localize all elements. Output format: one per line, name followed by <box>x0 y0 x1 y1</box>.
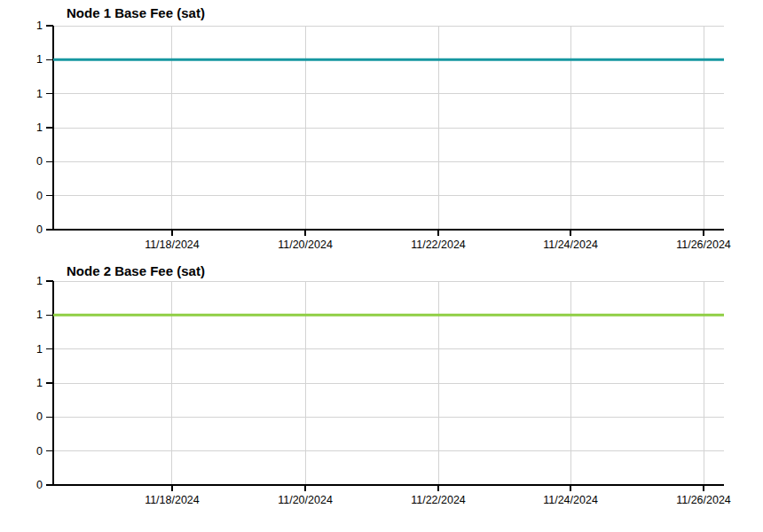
y-tick-label: 0 <box>36 411 43 423</box>
y-tick-label: 1 <box>36 377 43 389</box>
y-tick-label: 1 <box>36 53 43 66</box>
x-tick-label: 11/22/2024 <box>411 494 466 506</box>
node1-base-fee-plot: 11/18/202411/20/202411/22/202411/24/2024… <box>0 0 763 266</box>
y-tick-label: 1 <box>36 309 43 321</box>
y-tick-label: 0 <box>36 479 43 491</box>
x-tick-label: 11/26/2024 <box>676 494 731 506</box>
x-tick-label: 11/20/2024 <box>278 239 333 251</box>
x-tick-label: 11/18/2024 <box>145 494 200 506</box>
x-tick-label: 11/22/2024 <box>411 239 466 251</box>
y-tick-label: 0 <box>36 155 43 168</box>
y-tick-label: 0 <box>36 190 43 202</box>
y-tick-label: 1 <box>36 88 43 100</box>
x-tick-label: 11/20/2024 <box>278 494 333 506</box>
y-tick-label: 1 <box>36 20 43 32</box>
y-tick-label: 0 <box>36 223 43 236</box>
x-tick-label: 11/24/2024 <box>543 239 598 251</box>
x-tick-label: 11/24/2024 <box>543 494 598 506</box>
x-tick-label: 11/18/2024 <box>145 239 200 251</box>
x-tick-label: 11/26/2024 <box>676 239 731 251</box>
y-tick-label: 1 <box>36 343 43 356</box>
y-tick-label: 1 <box>36 121 43 134</box>
chart-node2-base-fee: Node 2 Base Fee (sat) 11/18/202411/20/20… <box>0 255 763 521</box>
node2-base-fee-plot: 11/18/202411/20/202411/22/202411/24/2024… <box>0 255 763 521</box>
chart-node1-base-fee: Node 1 Base Fee (sat) 11/18/202411/20/20… <box>0 0 763 266</box>
y-tick-label: 0 <box>36 445 43 458</box>
y-tick-label: 1 <box>36 275 43 287</box>
